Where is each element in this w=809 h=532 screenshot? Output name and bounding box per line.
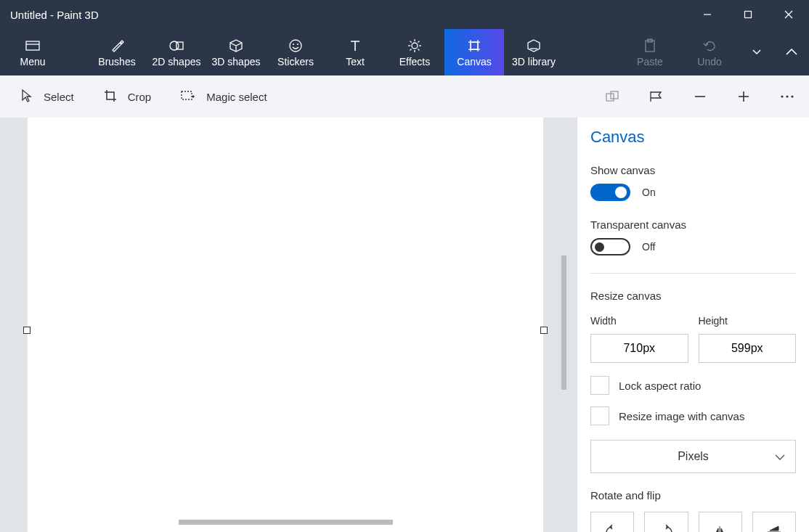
rotate-flip-label: Rotate and flip [590, 489, 796, 502]
brushes-tab[interactable]: Brushes [87, 29, 147, 75]
resize-image-checkbox[interactable] [590, 406, 609, 425]
canvas-surface[interactable] [28, 118, 543, 532]
undo-button[interactable]: Undo [680, 29, 739, 75]
svg-rect-28 [182, 91, 192, 99]
svg-point-36 [791, 95, 793, 97]
width-label: Width [590, 315, 688, 327]
transparent-canvas-state: Off [642, 241, 655, 253]
rotate-ccw-button[interactable] [590, 512, 634, 532]
3d-library-tab[interactable]: 3D library [504, 29, 564, 75]
stickers-icon [288, 38, 303, 54]
panel-title: Canvas [590, 128, 796, 147]
svg-rect-4 [26, 41, 39, 50]
height-input[interactable] [699, 334, 797, 363]
units-value: Pixels [678, 450, 709, 463]
3d-shapes-tab[interactable]: 3D shapes [206, 29, 266, 75]
paste-button[interactable]: Paste [620, 29, 680, 75]
units-select[interactable]: Pixels [590, 440, 796, 473]
crop-label: Crop [128, 91, 152, 103]
vertical-scrollbar[interactable] [561, 255, 566, 390]
3d-library-label: 3D library [512, 56, 556, 67]
canvas-label: Canvas [457, 56, 491, 67]
side-panel: Canvas Show canvas On Transparent canvas… [577, 118, 809, 532]
crop-tool[interactable]: Crop [89, 75, 166, 118]
svg-point-10 [297, 44, 298, 45]
show-canvas-toggle[interactable] [590, 184, 630, 201]
window-controls [687, 0, 809, 29]
transparent-canvas-label: Transparent canvas [590, 218, 796, 231]
menu-label: Menu [20, 56, 45, 67]
zoom-out-button[interactable] [678, 75, 722, 118]
zoom-in-button[interactable] [722, 75, 765, 118]
svg-line-18 [418, 41, 419, 42]
height-label: Height [699, 315, 797, 327]
svg-line-16 [410, 41, 412, 42]
effects-label: Effects [399, 56, 431, 67]
crop-icon [103, 89, 118, 105]
select-label: Select [44, 91, 74, 103]
text-label: Text [346, 56, 365, 67]
paste-label: Paste [637, 56, 663, 67]
undo-icon [702, 38, 717, 54]
lock-aspect-checkbox[interactable] [590, 376, 609, 395]
transparent-canvas-toggle[interactable] [590, 238, 630, 255]
flip-horizontal-button[interactable] [699, 512, 742, 532]
text-tab[interactable]: Text [325, 29, 385, 75]
history-dropdown[interactable] [739, 29, 774, 75]
cursor-icon [20, 89, 33, 105]
magic-select-tool[interactable]: Magic select [166, 75, 281, 118]
resize-canvas-label: Resize canvas [590, 290, 796, 302]
flag-button[interactable] [635, 75, 678, 118]
main-toolbar: Menu Brushes 2D shapes 3D shapes Sticker… [0, 29, 809, 75]
3d-library-icon [527, 38, 541, 54]
2d-shapes-tab[interactable]: 2D shapes [147, 29, 206, 75]
chevron-down-icon [775, 450, 785, 463]
resize-image-label: Resize image with canvas [619, 410, 744, 422]
flip-vertical-button[interactable] [752, 512, 796, 532]
menu-button[interactable]: Menu [0, 29, 65, 75]
menu-icon [25, 38, 41, 54]
magic-select-label: Magic select [206, 91, 267, 103]
horizontal-scrollbar[interactable] [179, 520, 393, 525]
svg-point-35 [786, 95, 788, 97]
group-button[interactable] [591, 75, 635, 118]
svg-point-9 [293, 44, 294, 45]
undo-label: Undo [697, 56, 721, 67]
brush-icon [110, 38, 124, 54]
select-tool[interactable]: Select [6, 75, 89, 118]
svg-point-6 [170, 41, 179, 50]
maximize-button[interactable] [728, 0, 768, 29]
brushes-label: Brushes [98, 56, 135, 67]
sub-toolbar: Select Crop Magic select [0, 75, 809, 118]
more-button[interactable] [765, 75, 809, 118]
svg-rect-1 [745, 12, 752, 18]
canvas-icon [467, 38, 481, 54]
title-bar: Untitled - Paint 3D [0, 0, 809, 29]
text-icon [348, 38, 362, 54]
expand-panel-button[interactable] [774, 29, 809, 75]
svg-point-11 [412, 43, 418, 49]
show-canvas-state: On [642, 187, 656, 198]
resize-handle-left[interactable] [23, 327, 31, 334]
canvas-tab[interactable]: Canvas [444, 29, 504, 75]
svg-line-19 [410, 49, 412, 50]
show-canvas-label: Show canvas [590, 164, 796, 176]
effects-tab[interactable]: Effects [385, 29, 444, 75]
svg-rect-20 [471, 42, 478, 49]
window-title: Untitled - Paint 3D [10, 9, 687, 21]
minimize-button[interactable] [687, 0, 728, 29]
svg-line-17 [418, 49, 419, 50]
svg-point-34 [781, 95, 783, 97]
rotate-cw-button[interactable] [644, 512, 688, 532]
2d-shapes-label: 2D shapes [153, 56, 201, 67]
3d-shapes-icon [229, 38, 243, 54]
svg-rect-30 [611, 91, 618, 99]
close-button[interactable] [768, 0, 809, 29]
paste-icon [643, 38, 656, 54]
resize-handle-right[interactable] [540, 327, 548, 334]
width-input[interactable] [590, 334, 688, 363]
3d-shapes-label: 3D shapes [212, 56, 261, 67]
stickers-label: Stickers [277, 56, 314, 67]
canvas-viewport[interactable] [0, 118, 577, 532]
stickers-tab[interactable]: Stickers [266, 29, 325, 75]
